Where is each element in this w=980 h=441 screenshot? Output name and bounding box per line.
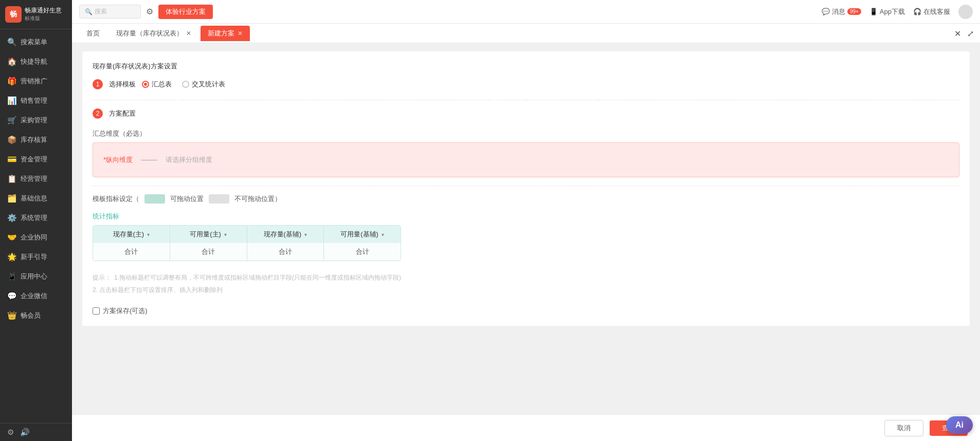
col4-header[interactable]: 可用量(基辅) ▾ (324, 226, 401, 243)
sales-icon: 📊 (7, 96, 16, 105)
app-download-item[interactable]: 📱 App下载 (869, 7, 905, 16)
col2-body: 合计 (170, 243, 247, 261)
sidebar-item-marketing[interactable]: 🎁 营销推广 (0, 71, 72, 91)
app-logo: 畅 畅康通好生意 标准版 (0, 0, 72, 29)
stats-label: 统计指标 (93, 212, 959, 221)
cancel-button[interactable]: 取消 (884, 420, 923, 436)
step2-label: 方案配置 (109, 109, 136, 118)
sidebar-item-search-menu[interactable]: 🔍 搜索菜单 (0, 32, 72, 52)
tab-inventory[interactable]: 现存量（库存状况表） ✕ (109, 26, 198, 41)
non-draggable-label: 不可拖动位置） (234, 194, 281, 204)
sidebar-item-system[interactable]: ⚙️ 系统管理 (0, 208, 72, 228)
quick-nav-icon: 🏠 (7, 57, 16, 66)
content-area: 现存量(库存状况表)方案设置 1 选择模板 汇总表 交叉统计表 (72, 43, 980, 414)
sidebar-item-basic-info[interactable]: 🗂️ 基础信息 (0, 189, 72, 208)
message-item[interactable]: 💬 消息 99+ (822, 7, 861, 16)
inventory-tab-close-icon[interactable]: ✕ (186, 30, 191, 37)
sidebar-item-label: 经营管理 (21, 174, 47, 183)
dim-section-label: 汇总维度（必选） (93, 129, 959, 138)
tips-box: 提示： 1.拖动标题栏可以调整布局，不可跨维度或指标区域拖动栏目字段(只能在同一… (93, 271, 959, 296)
enterprise-wechat-icon: 💬 (7, 291, 16, 301)
expand-icon[interactable]: ⤢ (965, 27, 976, 41)
message-badge: 99+ (847, 8, 861, 15)
sidebar-item-label: 搜索菜单 (21, 38, 47, 47)
online-service-item[interactable]: 🎧 在线客服 (913, 7, 950, 16)
ai-fab-button[interactable]: Ai (946, 416, 973, 434)
col2-header[interactable]: 可用量(主) ▾ (170, 226, 247, 243)
step2-header: 2 方案配置 (93, 108, 959, 119)
dim-divider (93, 186, 959, 186)
col3-sub: 合计 (279, 247, 292, 256)
save-checkbox[interactable] (93, 307, 100, 315)
sidebar-item-purchase[interactable]: 🛒 采购管理 (0, 111, 72, 130)
new-tab-label: 新建方案 (208, 29, 234, 38)
membership-icon: 👑 (7, 311, 16, 320)
sidebar-item-membership[interactable]: 👑 畅会员 (0, 306, 72, 325)
sidebar-item-operations[interactable]: 📋 经营管理 (0, 169, 72, 189)
tip-line-2: 2. 点击标题栏下拉可设置排序、插入列和删除列 (93, 284, 959, 296)
col3-header[interactable]: 现存量(基辅) ▾ (247, 226, 324, 243)
indicator-label-text: 模板指标设定（ (93, 194, 139, 204)
col3-label: 现存量(基辅) (264, 230, 302, 239)
inventory-icon: 📦 (7, 135, 16, 144)
sidebar-nav: 🔍 搜索菜单 🏠 快捷导航 🎁 营销推广 📊 销售管理 🛒 采购管理 📦 库存核… (0, 29, 72, 423)
col1-chevron-icon: ▾ (147, 232, 150, 237)
sidebar-item-label: 采购管理 (21, 116, 47, 125)
col2-chevron-icon: ▾ (224, 232, 227, 237)
operations-icon: 📋 (7, 174, 16, 183)
sound-icon[interactable]: 🔊 (20, 428, 30, 437)
sidebar-item-quick-nav[interactable]: 🏠 快捷导航 (0, 52, 72, 71)
sidebar-bottom: ⚙ 🔊 (0, 423, 72, 441)
close-icon[interactable]: ✕ (952, 27, 963, 41)
topbar: 🔍 搜索 ⚙ 体验行业方案 💬 消息 99+ 📱 App下载 🎧 在线客服 (72, 0, 980, 24)
sidebar-item-label: 资金管理 (21, 155, 47, 164)
stats-table-body: 合计 合计 合计 合计 (93, 243, 401, 261)
save-label: 方案保存(可选) (103, 306, 148, 316)
trial-btn[interactable]: 体验行业方案 (158, 5, 213, 19)
sidebar-item-app-center[interactable]: 📱 应用中心 (0, 267, 72, 286)
tab-home[interactable]: 首页 (79, 26, 107, 41)
non-draggable-indicator-box (209, 194, 229, 204)
search-menu-icon: 🔍 (7, 38, 16, 47)
col3-chevron-icon: ▾ (304, 232, 307, 237)
sidebar: 畅 畅康通好生意 标准版 🔍 搜索菜单 🏠 快捷导航 🎁 营销推广 📊 销售管理… (0, 0, 72, 441)
inventory-tab-label: 现存量（库存状况表） (116, 29, 183, 38)
message-label: 消息 (832, 7, 845, 16)
sidebar-item-inventory[interactable]: 📦 库存核算 (0, 130, 72, 150)
cooperation-icon: 🤝 (7, 233, 16, 242)
sidebar-item-cooperation[interactable]: 🤝 企业协同 (0, 228, 72, 247)
user-avatar[interactable] (958, 5, 973, 19)
stats-table: 现存量(主) ▾ 可用量(主) ▾ 现存量(基辅) ▾ 可用量(基辅) ▾ (93, 225, 401, 261)
gear-icon[interactable]: ⚙ (146, 7, 153, 16)
new-tab-close-icon[interactable]: ✕ (238, 30, 243, 37)
sidebar-item-label: 畅会员 (21, 311, 41, 320)
settings-icon[interactable]: ⚙ (7, 428, 14, 437)
dim-required-label: *纵向维度 (103, 155, 133, 164)
radio-cross[interactable]: 交叉统计表 (182, 80, 225, 89)
col1-header[interactable]: 现存量(主) ▾ (93, 226, 170, 243)
window-controls: ✕ ⤢ (948, 24, 980, 43)
search-box[interactable]: 🔍 搜索 (79, 5, 141, 19)
page-title: 现存量(库存状况表)方案设置 (93, 62, 959, 71)
sidebar-item-label: 库存核算 (21, 135, 47, 144)
home-tab-label: 首页 (86, 29, 100, 38)
sidebar-item-enterprise-wechat[interactable]: 💬 企业微信 (0, 286, 72, 306)
tab-new-plan[interactable]: 新建方案 ✕ (201, 26, 250, 41)
sidebar-item-sales[interactable]: 📊 销售管理 (0, 91, 72, 111)
app-download-label: App下载 (880, 7, 905, 16)
sidebar-item-new-guide[interactable]: 🌟 新手引导 (0, 247, 72, 267)
indicator-row: 模板指标设定（ 可拖动位置 不可拖动位置） (93, 194, 959, 204)
radio-cross-dot (182, 81, 189, 88)
step1-label: 选择模板 (109, 80, 136, 89)
settings-panel: 现存量(库存状况表)方案设置 1 选择模板 汇总表 交叉统计表 (82, 51, 970, 326)
radio-summary-label: 汇总表 (152, 80, 172, 89)
col2-label: 可用量(主) (190, 230, 221, 239)
radio-summary[interactable]: 汇总表 (142, 80, 172, 89)
col1-label: 现存量(主) (113, 230, 144, 239)
col4-body: 合计 (324, 243, 401, 261)
finance-icon: 💳 (7, 155, 16, 164)
app-edition: 标准版 (25, 15, 62, 22)
app-center-icon: 📱 (7, 272, 16, 281)
sidebar-item-finance[interactable]: 💳 资金管理 (0, 150, 72, 169)
dimension-area[interactable]: *纵向维度 —— 请选择分组维度 (93, 142, 959, 177)
